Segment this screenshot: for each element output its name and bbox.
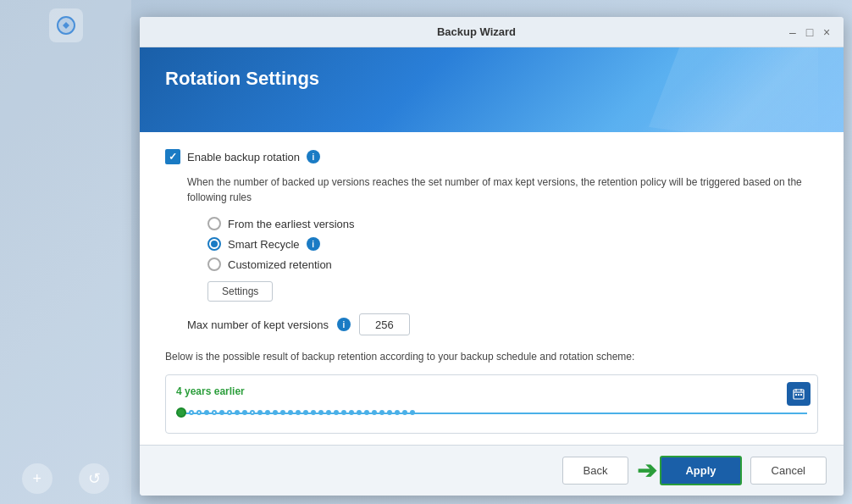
radio-customized-label: Customized retention xyxy=(228,258,332,271)
timeline-dot-5 xyxy=(219,410,224,415)
timeline-dot-10 xyxy=(257,410,263,415)
green-arrow-icon: ➔ xyxy=(637,457,656,485)
modal-header: Rotation Settings xyxy=(140,47,844,132)
dialog-window: Backup Wizard – □ × Rotation Settings xyxy=(140,17,844,496)
svg-rect-7 xyxy=(800,394,802,396)
timeline-dot-18 xyxy=(318,410,324,415)
page-title: Rotation Settings xyxy=(165,68,818,90)
rotation-description: When the number of backed up versions re… xyxy=(187,174,818,205)
radio-customized[interactable] xyxy=(207,258,221,271)
timeline-dot-28 xyxy=(395,410,400,415)
window-title: Backup Wizard xyxy=(167,25,786,38)
back-button[interactable]: Back xyxy=(562,457,629,485)
smart-recycle-info-icon[interactable]: i xyxy=(307,237,320,251)
timeline-dot-29 xyxy=(402,410,407,415)
modal-content: Rotation Settings ✓ Enable backup rotati… xyxy=(140,47,844,496)
modal-body: ✓ Enable backup rotation i When the numb… xyxy=(140,132,844,445)
calendar-icon xyxy=(793,388,805,400)
timeline-dot-27 xyxy=(387,410,392,415)
max-versions-info-icon[interactable]: i xyxy=(337,318,351,331)
taskbar-left: + ↺ xyxy=(0,0,131,504)
timeline-dot-22 xyxy=(349,410,354,415)
timeline-dot-7 xyxy=(235,410,240,415)
minimize-button[interactable]: – xyxy=(786,25,799,39)
timeline-dot-30 xyxy=(410,410,415,415)
timeline-dot-20 xyxy=(334,410,339,415)
timeline-dot-13 xyxy=(280,410,285,415)
arrow-wrapper: ➔ Apply xyxy=(637,456,741,485)
radio-options: From the earliest versions Smart Recycle… xyxy=(207,217,818,271)
timeline-container: 4 years earlier xyxy=(165,374,818,434)
svg-rect-6 xyxy=(798,394,799,396)
timeline-dot-15 xyxy=(296,410,301,415)
app-icon[interactable] xyxy=(49,8,83,42)
radio-row-earliest: From the earliest versions xyxy=(207,217,818,230)
timeline-label: 4 years earlier xyxy=(176,385,807,397)
timeline-dots xyxy=(176,407,807,418)
enable-backup-rotation-row: ✓ Enable backup rotation i xyxy=(165,149,818,164)
enable-backup-info-icon[interactable]: i xyxy=(307,150,320,163)
maximize-button[interactable]: □ xyxy=(803,25,816,39)
timeline-dot-16 xyxy=(303,410,308,415)
timeline-dot-25 xyxy=(372,410,377,415)
timeline-dot-2 xyxy=(196,410,202,415)
timeline-dot-8 xyxy=(242,410,247,415)
timeline-dot-17 xyxy=(311,410,316,415)
title-bar: Backup Wizard – □ × xyxy=(140,17,844,47)
timeline-track xyxy=(176,404,807,421)
timeline-dot-26 xyxy=(379,410,385,415)
window-wrapper: Backup Wizard – □ × Rotation Settings xyxy=(131,8,852,504)
radio-earliest-label: From the earliest versions xyxy=(228,218,355,230)
radio-row-smart: Smart Recycle i xyxy=(207,237,818,251)
timeline-dot-19 xyxy=(326,410,331,415)
modal-footer: Back ➔ Apply Cancel xyxy=(140,445,844,496)
taskbar-bottom-controls: + ↺ xyxy=(0,453,131,504)
timeline-dot-21 xyxy=(341,410,346,415)
add-button[interactable]: + xyxy=(22,463,53,494)
close-button[interactable]: × xyxy=(820,25,833,39)
timeline-calendar-button[interactable] xyxy=(787,382,811,406)
settings-button[interactable]: Settings xyxy=(207,281,273,302)
timeline-dot-1 xyxy=(189,410,194,415)
radio-smart-recycle[interactable] xyxy=(207,237,221,251)
timeline-dot-14 xyxy=(288,410,293,415)
enable-backup-rotation-label: Enable backup rotation xyxy=(187,151,300,163)
enable-backup-rotation-checkbox[interactable]: ✓ xyxy=(165,149,180,164)
radio-smart-label: Smart Recycle xyxy=(228,238,300,251)
timeline-dot-23 xyxy=(357,410,362,415)
timeline-dot-6 xyxy=(227,410,232,415)
timeline-dot-9 xyxy=(250,410,255,415)
timeline-dot-24 xyxy=(364,410,369,415)
timeline-start-dot xyxy=(176,407,186,418)
cancel-button[interactable]: Cancel xyxy=(750,457,827,485)
timeline-dot-3 xyxy=(204,410,209,415)
desktop: + ↺ Backup Wizard – □ × xyxy=(0,0,852,504)
below-text: Below is the possible result of backup r… xyxy=(165,349,818,364)
timeline-dot-4 xyxy=(212,410,217,415)
recycle-button[interactable]: ↺ xyxy=(79,463,109,494)
max-versions-row: Max number of kept versions i xyxy=(187,313,818,335)
timeline-dot-11 xyxy=(265,410,270,415)
radio-row-custom: Customized retention xyxy=(207,258,818,271)
radio-earliest[interactable] xyxy=(207,217,221,230)
timeline-dot-12 xyxy=(273,410,278,415)
svg-rect-5 xyxy=(795,394,797,396)
apply-button[interactable]: Apply xyxy=(660,456,741,485)
window-controls: – □ × xyxy=(786,25,833,39)
max-versions-label: Max number of kept versions xyxy=(187,318,329,331)
max-versions-input[interactable] xyxy=(359,313,410,335)
